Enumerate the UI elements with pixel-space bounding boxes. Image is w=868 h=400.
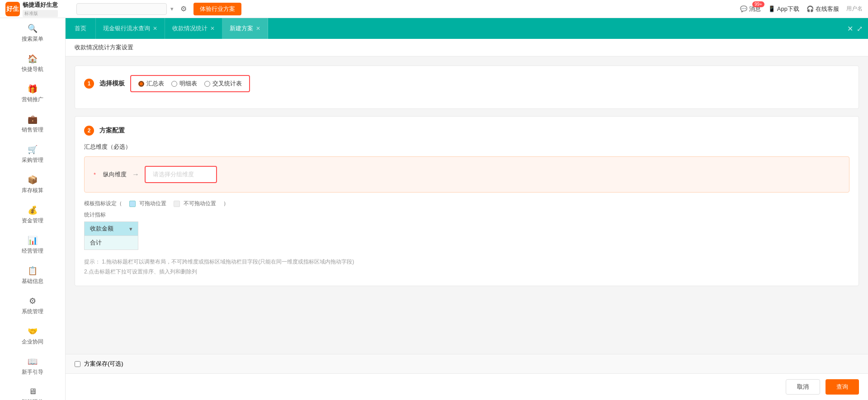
legend-draggable: 可拖动位置: [129, 200, 166, 207]
sidebar-item-base-info[interactable]: 📋 基础信息: [0, 260, 65, 291]
required-mark: *: [94, 171, 96, 178]
step2-num: 2: [84, 126, 94, 136]
service-label: 在线客服: [816, 5, 839, 13]
indicator-label-row: 模板指标设定（ 可拖动位置 不可拖动位置 ）: [84, 200, 849, 207]
sidebar-item-marketing[interactable]: 🎁 营销推广: [0, 79, 65, 109]
guide-icon: 📖: [28, 357, 38, 367]
indicator-title: 模板指标设定（: [84, 200, 122, 207]
tab-bank-flow-label: 现金银行流水查询: [103, 24, 150, 33]
legend-undraggable-box: [174, 201, 180, 207]
topbar: 好生 畅捷通好生意 标准版 ▾ ⚙ 体验行业方案 💬 消息 99+ 📱 App下…: [0, 0, 868, 18]
stat-header-label: 收款金额: [90, 225, 113, 233]
message-icon: 💬: [740, 5, 747, 12]
sidebar-item-quick-nav[interactable]: 🏠 快捷导航: [0, 48, 65, 79]
step1-num: 1: [84, 79, 94, 89]
tab-bank-flow[interactable]: 现金银行流水查询 ✕: [96, 18, 165, 39]
logo-area: 好生 畅捷通好生意 标准版: [5, 1, 71, 17]
home-icon: 🏠: [28, 54, 38, 64]
tab-bank-flow-close[interactable]: ✕: [153, 25, 157, 32]
tab-home-label: 首页: [75, 24, 86, 33]
tip-line2: 2.点击标题栏下拉可设置排序、插入列和删除列: [84, 267, 849, 277]
tab-new-plan-close[interactable]: ✕: [256, 25, 260, 32]
page-title: 收款情况统计方案设置: [75, 44, 133, 51]
sidebar-item-sales[interactable]: 💼 销售管理: [0, 109, 65, 139]
download-button[interactable]: 📱 App下载: [768, 5, 799, 13]
action-bar: 取消 查询: [66, 373, 868, 400]
stat-table-header: 收款金额 ▾: [85, 222, 138, 236]
sidebar-item-purchase[interactable]: 🛒 采购管理: [0, 139, 65, 169]
message-button[interactable]: 💬 消息 99+: [740, 5, 761, 13]
config-inner: 汇总维度（必选） * 纵向维度 → 请选择分组维度: [84, 143, 849, 277]
legend-draggable-label: 可拖动位置: [139, 200, 166, 207]
search-area: ▾ ⚙ 体验行业方案: [71, 3, 740, 15]
vertical-dim-label: 纵向维度: [103, 170, 127, 179]
sidebar-item-guide[interactable]: 📖 新手引导: [0, 351, 65, 381]
step1-row: 1 选择模板 汇总表 明细表: [84, 75, 849, 92]
template-options-box: 汇总表 明细表 交叉统计表: [130, 75, 250, 92]
tab-receipt-stat[interactable]: 收款情况统计 ✕: [165, 18, 222, 39]
main-layout: 🔍 搜索菜单 🏠 快捷导航 🎁 营销推广 💼 销售管理 🛒 采购管理 📦 库存核…: [0, 18, 868, 400]
page-content: 收款情况统计方案设置 1 选择模板 汇总表: [66, 39, 868, 373]
step1-title: 选择模板: [99, 80, 125, 88]
save-checkbox-label: 方案保存(可选): [84, 360, 123, 368]
logo-text: 畅捷通好生意: [23, 1, 58, 9]
tab-receipt-stat-close[interactable]: ✕: [210, 25, 215, 32]
query-button[interactable]: 查询: [826, 379, 859, 395]
radio-summary-label: 汇总表: [146, 80, 164, 88]
service-button[interactable]: 🎧 在线客服: [807, 5, 839, 13]
enterprise-icon: 🤝: [28, 326, 38, 336]
dimension-row: * 纵向维度 → 请选择分组维度: [94, 166, 840, 183]
gift-icon: 🎁: [28, 84, 38, 94]
service-icon: 🎧: [807, 5, 814, 12]
radio-detail[interactable]: 明细表: [171, 80, 197, 88]
page-header: 收款情况统计方案设置: [66, 39, 868, 56]
indicator-close: ）: [223, 200, 229, 207]
download-label: App下载: [777, 5, 799, 13]
sidebar-item-search[interactable]: 🔍 搜索菜单: [0, 18, 65, 48]
tabbar-controls: ✕ ⤢: [842, 18, 868, 39]
search-input[interactable]: [76, 3, 167, 15]
finance-icon: 💰: [28, 205, 38, 215]
stat-table: 收款金额 ▾ 合计: [84, 221, 138, 250]
save-checkbox[interactable]: [75, 361, 80, 367]
stat-dropdown-icon[interactable]: ▾: [129, 226, 132, 232]
tab-new-plan[interactable]: 新建方案 ✕: [222, 18, 268, 39]
logo-badge: 标准版: [23, 10, 58, 17]
stat-table-cell: 合计: [85, 236, 138, 249]
radio-summary[interactable]: 汇总表: [138, 80, 164, 88]
legend-draggable-box: [129, 201, 136, 207]
dimension-area: * 纵向维度 → 请选择分组维度: [84, 156, 849, 193]
arrow-icon: →: [132, 170, 139, 179]
sidebar: 🔍 搜索菜单 🏠 快捷导航 🎁 营销推广 💼 销售管理 🛒 采购管理 📦 库存核…: [0, 18, 66, 400]
download-icon: 📱: [768, 5, 775, 12]
inventory-icon: 📦: [28, 175, 38, 185]
hardware-icon: 🖥: [28, 387, 37, 396]
sidebar-item-finance[interactable]: 💰 资金管理: [0, 200, 65, 230]
base-info-icon: 📋: [28, 266, 38, 276]
sidebar-item-inventory[interactable]: 📦 库存核算: [0, 169, 65, 200]
sidebar-item-management[interactable]: 📊 经营管理: [0, 230, 65, 260]
dimension-select[interactable]: 请选择分组维度: [145, 166, 217, 183]
form-container: 1 选择模板 汇总表 明细表: [66, 56, 868, 354]
radio-cross[interactable]: 交叉统计表: [204, 80, 242, 88]
close-window-icon[interactable]: ✕: [847, 24, 853, 33]
indicator-settings: 模板指标设定（ 可拖动位置 不可拖动位置 ）: [84, 200, 849, 250]
sidebar-item-system[interactable]: ⚙ 系统管理: [0, 291, 65, 321]
trial-button[interactable]: 体验行业方案: [193, 3, 241, 15]
tabbar: 首页 现金银行流水查询 ✕ 收款情况统计 ✕ 新建方案 ✕ ✕ ⤢: [66, 18, 868, 39]
maximize-icon[interactable]: ⤢: [857, 24, 863, 33]
step2-title: 方案配置: [99, 127, 125, 135]
management-icon: 📊: [28, 235, 38, 245]
dropdown-icon[interactable]: ▾: [170, 5, 174, 12]
tab-new-plan-label: 新建方案: [230, 24, 253, 33]
cancel-button[interactable]: 取消: [786, 379, 820, 395]
user-name: 用户名: [846, 5, 863, 13]
tab-home[interactable]: 首页: [66, 18, 96, 39]
sidebar-item-hardware[interactable]: 🖥 智能硬件: [0, 381, 65, 400]
sidebar-item-enterprise[interactable]: 🤝 企业协同: [0, 321, 65, 351]
sales-icon: 💼: [28, 114, 38, 124]
topbar-right: 💬 消息 99+ 📱 App下载 🎧 在线客服 用户名: [740, 5, 863, 13]
settings-icon[interactable]: ⚙: [177, 3, 190, 15]
stat-indicator-title: 统计指标: [84, 211, 106, 219]
tab-receipt-stat-label: 收款情况统计: [172, 24, 208, 33]
